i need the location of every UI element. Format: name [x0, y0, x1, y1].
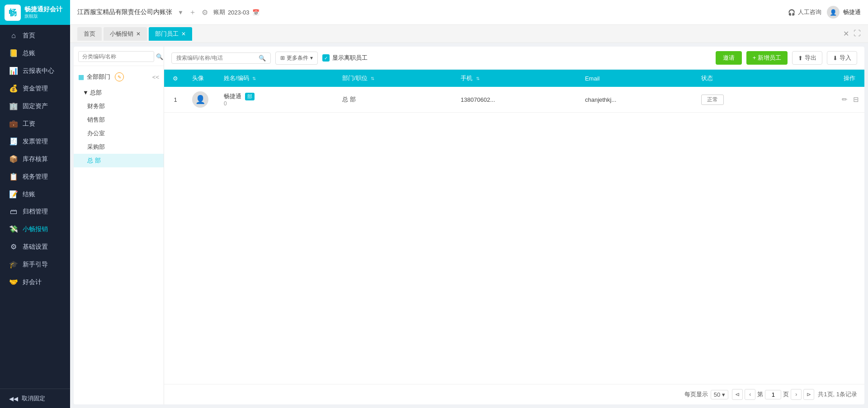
sidebar-item-capital[interactable]: 💰 资金管理: [0, 80, 70, 97]
company-dropdown-icon[interactable]: ▼: [178, 9, 184, 16]
add-employee-button[interactable]: + 新增员工: [746, 51, 788, 65]
sidebar-item-home[interactable]: ⌂ 首页: [0, 27, 70, 44]
show-resigned-checkbox[interactable]: ✓: [322, 54, 330, 62]
sidebar-item-salary[interactable]: 💼 工资: [0, 115, 70, 133]
calendar-icon[interactable]: 📅: [252, 9, 259, 16]
archive-icon: 🗃: [9, 208, 18, 216]
basic-icon: ⚙: [9, 242, 18, 251]
dept-item-root[interactable]: ▼ 总部: [74, 86, 164, 100]
page-label-prefix: 第: [757, 390, 763, 399]
settings-icon[interactable]: ⚙: [202, 8, 208, 17]
headset-icon: 🎧: [788, 9, 795, 16]
sidebar-item-checkout[interactable]: 📝 结账: [0, 185, 70, 203]
phone-sort-icon: ⇅: [476, 76, 480, 81]
tab-close-icon[interactable]: ✕: [843, 29, 849, 38]
page-number-input[interactable]: [765, 390, 781, 399]
col-avatar: 头像: [187, 70, 218, 87]
prev-page-button[interactable]: ‹: [745, 389, 755, 400]
invite-button[interactable]: 邀请: [716, 51, 742, 65]
dept-search-icon[interactable]: 🔍: [156, 53, 163, 60]
sidebar-item-archive[interactable]: 🗃 归档管理: [0, 203, 70, 220]
sidebar-item-invoice[interactable]: 🧾 发票管理: [0, 133, 70, 150]
fixed-assets-icon: 🏢: [9, 102, 18, 110]
checkout-icon: 📝: [9, 190, 18, 199]
sidebar-label-tax: 税务管理: [23, 173, 48, 181]
dept-item-general[interactable]: 总 部: [74, 154, 164, 167]
col-actions: 操作: [788, 70, 864, 87]
dept-item-purchase[interactable]: 采购部: [74, 140, 164, 154]
employee-table: ⚙ 头像 姓名/编码 ⇅ 部门/职位 ⇅ 手机: [164, 70, 864, 113]
dept-collapse-btn[interactable]: <<: [152, 74, 159, 81]
col-phone[interactable]: 手机 ⇅: [455, 70, 580, 87]
tab-home[interactable]: 首页: [77, 27, 102, 41]
pin-icon: ◀◀: [9, 395, 18, 402]
cooperation-icon: 🤝: [9, 278, 18, 286]
sidebar-label-salary: 工资: [23, 120, 35, 128]
sidebar-label-reports: 云报表中心: [23, 67, 54, 75]
dept-item-sales[interactable]: 销售部: [74, 113, 164, 127]
col-name[interactable]: 姓名/编码 ⇅: [218, 70, 337, 87]
tab-xiaochange-label: 小畅报销: [110, 30, 133, 38]
salary-icon: 💼: [9, 119, 18, 128]
employee-table-container: ⚙ 头像 姓名/编码 ⇅ 部门/职位 ⇅ 手机: [164, 70, 864, 384]
sidebar-item-cooperation[interactable]: 🤝 好会计: [0, 273, 70, 291]
dept-item-finance[interactable]: 财务部: [74, 100, 164, 113]
pagination: 每页显示 50 ▾ ⊲ ‹ 第 页: [164, 384, 864, 404]
table-header-row: ⚙ 头像 姓名/编码 ⇅ 部门/职位 ⇅ 手机: [164, 70, 864, 87]
sidebar-item-general-ledger[interactable]: 📒 总账: [0, 44, 70, 62]
employee-search-icon[interactable]: 🔍: [259, 55, 266, 62]
sidebar-item-fixed-assets[interactable]: 🏢 固定资产: [0, 97, 70, 115]
first-page-button[interactable]: ⊲: [732, 389, 743, 400]
tab-xiaochange[interactable]: 小畅报销 ✕: [104, 27, 147, 41]
name-sort-icon: ⇅: [252, 76, 256, 81]
sidebar-nav: ⌂ 首页 📒 总账 📊 云报表中心 💰 资金管理 🏢 固定资产 💼 工资 🧾 发…: [0, 25, 70, 389]
sidebar-logo: 畅 畅捷通好会计 旗舰版: [0, 0, 70, 25]
edit-button[interactable]: ✏: [842, 95, 848, 103]
company-name: 江西服宝精品有限责任公司内账张: [77, 8, 172, 16]
add-company-icon[interactable]: ＋: [189, 8, 196, 17]
col-settings[interactable]: ⚙: [164, 70, 187, 87]
next-page-button[interactable]: ›: [791, 389, 802, 400]
sidebar-item-inventory[interactable]: 📦 库存核算: [0, 150, 70, 168]
dept-search-input[interactable]: [78, 51, 154, 62]
sidebar-item-basic[interactable]: ⚙ 基础设置: [0, 238, 70, 256]
tabs-actions: ✕ ⛶: [843, 29, 861, 38]
row-dept: 总 部: [337, 87, 455, 113]
col-dept[interactable]: 部门/职位 ⇅: [337, 70, 455, 87]
tab-xiaochange-close[interactable]: ✕: [136, 31, 141, 37]
cancel-pin-button[interactable]: ◀◀ 取消固定: [0, 389, 70, 408]
page-navigation: ⊲ ‹ 第 页 › ⊳: [732, 389, 814, 400]
user-menu[interactable]: 👤 畅捷通: [827, 6, 861, 19]
last-page-button[interactable]: ⊳: [803, 389, 814, 400]
status-badge: 正常: [701, 95, 724, 105]
sidebar-label-capital: 资金管理: [23, 85, 48, 93]
dept-badge: ✎: [115, 72, 124, 81]
sidebar-item-reports[interactable]: 📊 云报表中心: [0, 62, 70, 80]
sidebar-label-xiaochange: 小畅报销: [23, 225, 48, 233]
sidebar-item-guide[interactable]: 🎓 新手引导: [0, 256, 70, 273]
employee-search-input[interactable]: [176, 55, 256, 61]
dept-all-header[interactable]: ▦ 全部部门 ✎ <<: [74, 70, 164, 84]
page-size-select[interactable]: 50 ▾: [711, 390, 728, 399]
period-display: 账期 2023-03 📅: [213, 8, 259, 16]
col-email: Email: [580, 70, 696, 87]
show-resigned-toggle[interactable]: ✓ 显示离职员工: [322, 54, 368, 62]
page-body: 🔍 ▦ 全部部门 ✎ << ▼ 总部 财务部 销售部 办公室: [74, 47, 864, 404]
sidebar-item-tax[interactable]: 📋 税务管理: [0, 168, 70, 185]
sidebar-item-xiaochange[interactable]: 💸 小畅报销: [0, 220, 70, 238]
logo-title: 畅捷通好会计: [24, 5, 62, 13]
employee-avatar: 👤: [192, 91, 208, 108]
tab-dept-employee-close[interactable]: ✕: [181, 31, 186, 37]
import-button[interactable]: ⬇ 导入: [827, 51, 857, 65]
filter-button[interactable]: ⊞ 更多条件 ▾: [275, 52, 318, 65]
dept-item-office[interactable]: 办公室: [74, 127, 164, 140]
right-panel: 🔍 ⊞ 更多条件 ▾ ✓ 显示离职员工 邀请 + 新增员工 ⬆ 导出: [164, 47, 864, 404]
page-size-area: 每页显示 50 ▾: [684, 390, 728, 399]
export-button[interactable]: ⬆ 导出: [792, 51, 822, 65]
tab-home-label: 首页: [84, 30, 95, 38]
support-button[interactable]: 🎧 人工咨询: [788, 8, 821, 16]
topbar: 江西服宝精品有限责任公司内账张 ▼ ＋ ⚙ 账期 2023-03 📅 🎧 人工咨…: [70, 0, 868, 25]
tab-dept-employee[interactable]: 部门员工 ✕: [149, 27, 192, 41]
logout-button[interactable]: ⊟: [853, 95, 859, 103]
tab-expand-icon[interactable]: ⛶: [854, 29, 861, 38]
